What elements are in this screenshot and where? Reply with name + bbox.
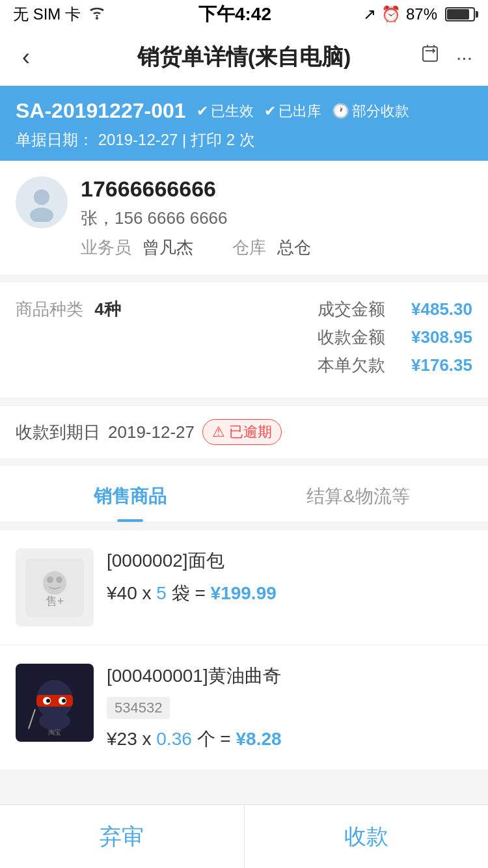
clock-icon: 🕐 — [332, 103, 349, 120]
svg-point-7 — [56, 576, 62, 583]
section-divider — [0, 522, 488, 530]
salesman-field: 业务员 曾凡杰 — [81, 236, 193, 259]
due-date-value: 2019-12-27 — [108, 422, 195, 442]
debt-amount-row: 本单欠款 ¥176.35 — [318, 354, 472, 377]
tabs: 销售商品 结算&物流等 — [0, 466, 488, 522]
more-icon[interactable]: ··· — [456, 46, 472, 68]
overdue-badge: ⚠ 已逾期 — [202, 419, 282, 445]
product-info-1: [0000002]面包 ¥40 x 5 袋 = ¥199.99 — [107, 549, 472, 606]
collect-payment-button[interactable]: 收款 — [245, 805, 489, 868]
battery-icon — [445, 7, 475, 21]
order-header: SA-20191227-001 ✔ 已生效 ✔ 已出库 🕐 部分收款 单据日期：… — [0, 86, 488, 161]
product-thumbnail-2: 淘宝 — [16, 664, 94, 742]
customer-info: 17666666666 张，156 6666 6666 业务员 曾凡杰 仓库 总… — [81, 176, 472, 259]
location-icon: ↗ — [363, 5, 376, 23]
due-label: 收款到期日 — [16, 421, 100, 444]
product-thumbnail-1: 售+ — [16, 549, 94, 627]
due-date-section: 收款到期日 2019-12-27 ⚠ 已逾期 — [0, 405, 488, 458]
svg-point-0 — [96, 17, 98, 20]
order-id: SA-20191227-001 — [16, 99, 186, 123]
status-bar: 无 SIM 卡 下午4:42 ↗ ⏰ 87% — [0, 0, 488, 29]
tabs-section: 销售商品 结算&物流等 — [0, 466, 488, 522]
product-type-count: 商品种类 4种 — [16, 298, 121, 382]
status-badge-3: 🕐 部分收款 — [332, 102, 409, 121]
product-sku-2: 534532 — [107, 697, 170, 719]
svg-point-14 — [46, 699, 50, 703]
product-price-1: ¥40 x 5 袋 = ¥199.99 — [107, 581, 472, 606]
check-icon-1: ✔ — [197, 103, 208, 120]
bottom-bar: 弃审 收款 — [0, 804, 488, 868]
warehouse-field: 仓库 总仓 — [232, 236, 311, 259]
svg-point-2 — [34, 189, 49, 205]
product-info-2: [000400001]黄油曲奇 534532 ¥23 x 0.36 个 = ¥8… — [107, 664, 472, 752]
stats-section: 商品种类 4种 成交金额 ¥485.30 收款金额 ¥308.95 本单欠款 ¥… — [0, 282, 488, 398]
product-name-1: [0000002]面包 — [107, 549, 472, 573]
nav-bar: ‹ 销货单详情(来自电脑) ··· — [0, 29, 488, 86]
product-item: 售+ [0000002]面包 ¥40 x 5 袋 = ¥199.99 — [0, 530, 488, 645]
avatar — [16, 176, 68, 228]
status-right: ↗ ⏰ 87% — [363, 5, 475, 23]
product-item-2: 淘宝 [000400001]黄油曲奇 534532 ¥23 x 0.36 个 =… — [0, 645, 488, 770]
svg-point-6 — [47, 576, 53, 583]
customer-section: 17666666666 张，156 6666 6666 业务员 曾凡杰 仓库 总… — [0, 161, 488, 275]
order-date-line: 单据日期： 2019-12-27 | 打印 2 次 — [16, 129, 472, 150]
receipt-amount-row: 收款金额 ¥308.95 — [318, 326, 472, 349]
financial-stats: 成交金额 ¥485.30 收款金额 ¥308.95 本单欠款 ¥176.35 — [318, 298, 472, 382]
time-label: 下午4:42 — [198, 2, 271, 27]
tab-settlement[interactable]: 结算&物流等 — [244, 466, 472, 522]
svg-point-15 — [62, 699, 66, 703]
overdue-icon: ⚠ — [212, 424, 225, 441]
customer-name: 17666666666 — [81, 176, 472, 202]
alarm-icon: ⏰ — [381, 5, 401, 23]
page-title: 销货单详情(来自电脑) — [137, 42, 351, 72]
svg-text:售+: 售+ — [46, 595, 64, 608]
tab-products[interactable]: 销售商品 — [16, 466, 244, 522]
svg-point-5 — [43, 571, 66, 595]
customer-phone: 张，156 6666 6666 — [81, 207, 472, 230]
status-badge-2: ✔ 已出库 — [264, 102, 321, 121]
carrier-label: 无 SIM 卡 — [13, 4, 81, 25]
deal-amount-row: 成交金额 ¥485.30 — [318, 298, 472, 321]
check-icon-2: ✔ — [264, 103, 276, 120]
product-list: 售+ [0000002]面包 ¥40 x 5 袋 = ¥199.99 — [0, 530, 488, 770]
svg-rect-11 — [36, 695, 73, 707]
share-icon[interactable] — [421, 45, 441, 69]
product-name-2: [000400001]黄油曲奇 — [107, 664, 472, 688]
back-button[interactable]: ‹ — [16, 37, 36, 77]
battery-label: 87% — [406, 5, 437, 23]
status-left: 无 SIM 卡 — [13, 4, 107, 25]
svg-point-3 — [30, 208, 53, 222]
nav-actions: ··· — [421, 45, 472, 69]
status-badge-1: ✔ 已生效 — [197, 102, 254, 121]
svg-point-16 — [39, 712, 70, 730]
svg-rect-1 — [423, 47, 437, 61]
svg-text:淘宝: 淘宝 — [48, 729, 61, 735]
product-price-2: ¥23 x 0.36 个 = ¥8.28 — [107, 727, 472, 752]
abandon-review-button[interactable]: 弃审 — [0, 805, 245, 868]
wifi-icon — [87, 5, 107, 23]
customer-meta: 业务员 曾凡杰 仓库 总仓 — [81, 236, 472, 259]
